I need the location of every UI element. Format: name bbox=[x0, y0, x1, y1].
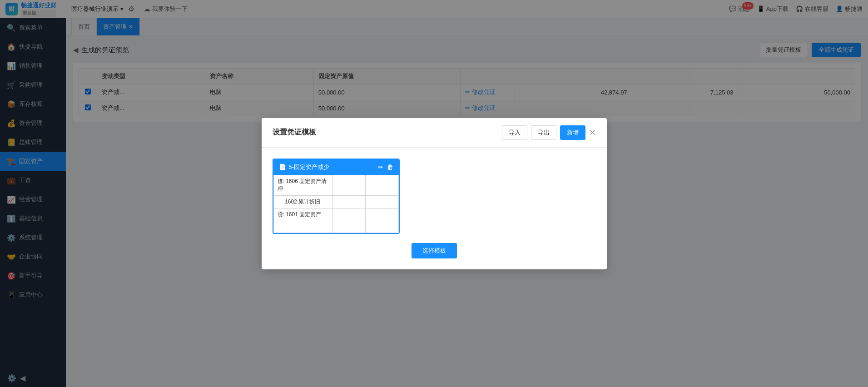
modal-close-btn[interactable]: ✕ bbox=[589, 128, 596, 138]
template-row-3: 贷: 1601 固定资产 bbox=[273, 208, 398, 221]
template-edit-icon[interactable]: ✏ bbox=[378, 164, 383, 171]
template-row-4 bbox=[273, 221, 398, 233]
modal-body: 📄 5-固定资产减少 ✏ 🗑 借: 1606 固定资产清理 bbox=[262, 148, 607, 269]
template-row1-col2 bbox=[332, 175, 366, 195]
template-card-header-actions: ✏ 🗑 bbox=[378, 164, 393, 171]
template-card: 📄 5-固定资产减少 ✏ 🗑 借: 1606 固定资产清理 bbox=[273, 159, 400, 234]
template-row2-label: 1602 累计折旧 bbox=[273, 195, 332, 208]
modal-header: 设置凭证模板 导入 导出 新增 ✕ bbox=[262, 118, 607, 148]
template-row3-label: 贷: 1601 固定资产 bbox=[273, 208, 332, 221]
new-btn[interactable]: 新增 bbox=[560, 125, 585, 140]
template-row2-col2 bbox=[332, 195, 366, 208]
template-inner-table: 借: 1606 固定资产清理 1602 累计折旧 贷: 1601 固定资产 bbox=[273, 175, 399, 233]
template-row-2: 1602 累计折旧 bbox=[273, 195, 398, 208]
template-row4-col2 bbox=[332, 221, 366, 233]
voucher-template-modal: 设置凭证模板 导入 导出 新增 ✕ 📄 5-固定资产减少 ✏ 🗑 bbox=[262, 118, 607, 269]
template-card-title: 5-固定资产减少 bbox=[289, 163, 330, 171]
modal-header-actions: 导入 导出 新增 ✕ bbox=[502, 125, 596, 140]
template-row2-col3 bbox=[366, 195, 399, 208]
modal-title: 设置凭证模板 bbox=[273, 128, 316, 137]
template-row3-col3 bbox=[366, 208, 399, 221]
modal-overlay[interactable]: 设置凭证模板 导入 导出 新增 ✕ 📄 5-固定资产减少 ✏ 🗑 bbox=[0, 0, 868, 387]
template-card-header: 📄 5-固定资产减少 ✏ 🗑 bbox=[273, 159, 399, 175]
template-row4-label bbox=[273, 221, 332, 233]
template-row1-label: 借: 1606 固定资产清理 bbox=[273, 175, 332, 195]
choose-template-area: 选择模板 bbox=[273, 243, 596, 258]
template-row-1: 借: 1606 固定资产清理 bbox=[273, 175, 398, 195]
template-row4-col3 bbox=[366, 221, 399, 233]
template-delete-icon[interactable]: 🗑 bbox=[387, 164, 393, 171]
template-doc-icon: 📄 bbox=[279, 164, 286, 170]
choose-template-btn[interactable]: 选择模板 bbox=[412, 243, 457, 258]
template-card-header-left: 📄 5-固定资产减少 bbox=[279, 163, 330, 171]
template-row3-col2 bbox=[332, 208, 366, 221]
template-row1-col3 bbox=[366, 175, 399, 195]
import-btn[interactable]: 导入 bbox=[502, 125, 527, 140]
export-btn[interactable]: 导出 bbox=[531, 125, 556, 140]
